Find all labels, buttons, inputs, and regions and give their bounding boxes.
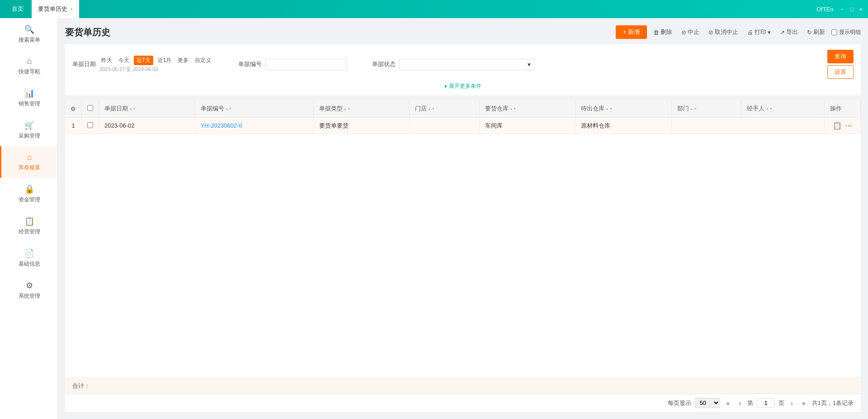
th-reqwarehouse[interactable]: 要货仓库▲▼ [479,100,576,118]
sidebar-item-search-menu[interactable]: 🔍 搜索菜单 [0,18,57,50]
expand-more-label: 展开更多条件 [449,82,481,90]
table-container: ⚙ 单据日期▲▼ 单据编号▲▼ 单据类型▲▼ [65,100,861,412]
page-label: 第 [747,399,753,407]
main-layout: 🔍 搜索菜单 ⌂ 快捷导航 📊 销售管理 🛒 采购管理 ⌂ 库存核算 🔒 资金管… [0,18,868,419]
sidebar-item-basic-info[interactable]: 📄 基础信息 [0,242,57,274]
minimize-icon[interactable]: － [839,5,845,13]
close-window-icon[interactable]: × [859,6,863,13]
delete-button[interactable]: 🗑 删除 [651,26,675,38]
sort-store-icon: ▲▼ [428,107,435,111]
first-page-btn[interactable]: « [724,399,733,408]
page-input[interactable] [757,398,775,408]
sidebar-item-ops-mgmt[interactable]: 📋 经营管理 [0,210,57,242]
view-btn-0[interactable]: 📋 [832,122,843,129]
refresh-button[interactable]: ↻ 刷新 [804,26,828,38]
docno-link-0[interactable]: YH-20230602-0 [201,122,242,129]
expand-more-btn[interactable]: ▾ 展开更多条件 [72,82,854,90]
cell-reqwarehouse-0: 车间库 [479,118,576,134]
purchase-mgmt-icon: 🛒 [24,120,34,130]
maximize-icon[interactable]: □ [850,6,854,13]
expand-more-chevron: ▾ [444,83,447,90]
date-btn-7days[interactable]: 近7天 [134,56,153,65]
refresh-icon: ↻ [807,29,812,36]
th-doctype[interactable]: 单据类型▲▼ [313,100,410,118]
sidebar-item-finance-mgmt[interactable]: 🔒 资金管理 [0,178,57,210]
th-check [82,100,99,118]
data-table: ⚙ 单据日期▲▼ 单据编号▲▼ 单据类型▲▼ [65,100,861,134]
table-footer: 合计： [65,378,861,394]
th-handler[interactable]: 经手人▲▼ [741,100,825,118]
last-page-btn[interactable]: » [799,399,808,408]
filter-date: 单据日期 昨天 今天 近7天 近1月 更多 自定义 2023-05-27 至 2… [72,56,213,73]
th-dept[interactable]: 部门▲▼ [672,100,741,118]
date-shortcuts: 昨天 今天 近7天 近1月 更多 自定义 2023-05-27 至 2023-0… [99,56,213,73]
query-button[interactable]: 查询 [827,50,854,63]
date-btn-more[interactable]: 更多 [176,56,190,65]
stop-button[interactable]: ⊘ 中止 [679,26,702,38]
sort-pendingwarehouse-icon: ▲▼ [605,107,613,111]
sidebar-item-purchase-mgmt-label: 采购管理 [19,132,40,140]
sidebar-item-purchase-mgmt[interactable]: 🛒 采购管理 [0,114,57,146]
date-btn-1month[interactable]: 近1月 [156,56,174,65]
cell-no-0: 1 [65,118,82,134]
status-select[interactable]: ▾ [399,59,535,70]
sidebar-item-inventory-calc[interactable]: ⌂ 库存核算 [0,146,57,178]
th-date[interactable]: 单据日期▲▼ [99,100,195,118]
sort-docno-icon: ▲▼ [225,107,232,111]
top-nav-right: OfTEn － □ × [816,5,863,13]
tab-home[interactable]: 首页 [5,0,30,18]
cell-doctype-0: 要货单要货 [313,118,410,134]
cancel-stop-label: 取消中止 [715,28,738,36]
th-pendingwarehouse[interactable]: 待出仓库▲▼ [576,100,672,118]
show-detail-checkbox-label[interactable]: 显示明细 [831,29,861,36]
sidebar-item-sales-mgmt[interactable]: 📊 销售管理 [0,82,57,114]
brand-label: OfTEn [816,6,834,13]
toolbar: + 新增 🗑 删除 ⊘ 中止 ⊘ 取消中止 🖨 打印 ▾ [616,25,861,39]
close-tab-icon[interactable]: × [70,6,73,12]
print-icon: 🖨 [747,29,753,36]
print-chevron-icon: ▾ [768,29,771,36]
export-icon: ↗ [780,29,785,36]
export-button[interactable]: ↗ 导出 [777,26,801,38]
cancel-stop-button[interactable]: ⊘ 取消中止 [706,26,741,38]
next-page-btn[interactable]: › [788,399,796,408]
sidebar-item-inventory-calc-label: 库存核算 [19,164,40,171]
sales-mgmt-icon: 📊 [24,88,34,98]
print-button[interactable]: 🖨 打印 ▾ [745,26,774,38]
sidebar-item-sys-mgmt[interactable]: ⚙ 系统管理 [0,274,57,306]
th-store[interactable]: 门店▲▼ [410,100,479,118]
quick-nav-icon: ⌂ [27,57,32,66]
more-btn-0[interactable]: ⋯ [844,122,853,129]
select-all-checkbox[interactable] [87,105,93,111]
cell-dept-0 [672,118,741,134]
row-checkbox-0[interactable] [87,122,93,128]
status-filter-label: 单据状态 [372,60,396,68]
filter-action-buttons: 查询 设置 [827,50,854,79]
th-settings[interactable]: ⚙ [65,100,82,118]
new-button[interactable]: + 新增 [616,25,647,39]
tab-requisition-history[interactable]: 要货单历史 × [32,0,79,18]
sidebar-item-basic-info-label: 基础信息 [19,260,40,268]
sort-doctype-icon: ▲▼ [344,107,351,111]
tab-home-label: 首页 [12,5,24,13]
stop-label: 中止 [688,28,699,36]
per-page-label: 每页显示 [668,399,691,407]
cell-docno-0: YH-20230602-0 [195,118,313,134]
ops-mgmt-icon: 📋 [24,216,34,226]
date-btn-yesterday[interactable]: 昨天 [99,56,114,65]
prev-page-btn[interactable]: ‹ [736,399,744,408]
table-row: 1 2023-06-02 YH-20230602-0 要货单要货 车间库 原材料… [65,118,861,134]
date-btn-today[interactable]: 今天 [117,56,131,65]
per-page-select[interactable]: 50 100 200 [695,398,720,408]
docno-input[interactable] [265,59,347,70]
sidebar-item-quick-nav[interactable]: ⌂ 快捷导航 [0,50,57,82]
tab-requisition-history-label: 要货单历史 [38,5,67,13]
show-detail-checkbox[interactable] [831,29,837,35]
pagination-bar: 每页显示 50 100 200 « ‹ 第 页 › » 共1页，1条记录 [65,394,861,412]
sort-reqwarehouse-icon: ▲▼ [509,107,517,111]
date-btn-custom[interactable]: 自定义 [193,56,213,65]
setting-button[interactable]: 设置 [827,65,854,79]
sidebar-item-quick-nav-label: 快捷导航 [19,68,40,76]
page-suffix: 页 [778,399,784,407]
th-docno[interactable]: 单据编号▲▼ [195,100,313,118]
